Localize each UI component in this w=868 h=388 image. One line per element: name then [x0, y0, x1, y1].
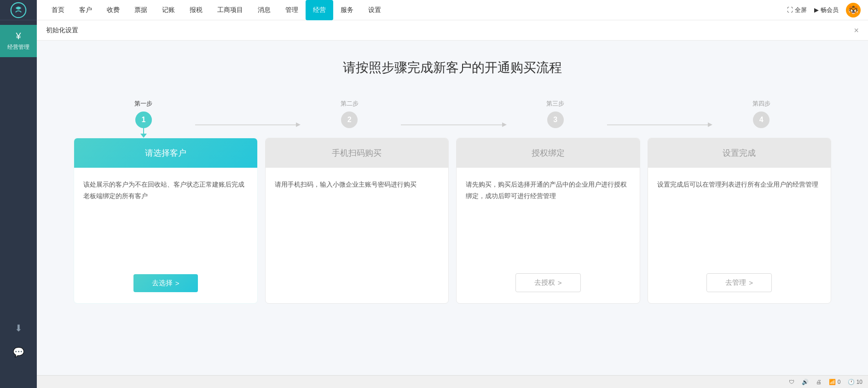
- close-button[interactable]: ×: [854, 25, 859, 35]
- connector-3-4: ▶: [607, 124, 710, 125]
- fullscreen-icon: ⛶: [787, 6, 793, 13]
- top-nav: 首页 客户 收费 票据 记账 报税 工商项目 消息 管理 经营 服务 设置 ⛶ …: [37, 0, 868, 20]
- goto-authorize-label: 去授权: [534, 278, 555, 287]
- main-title: 请按照步骤完成新客户的开通购买流程: [64, 59, 840, 76]
- nav-customer[interactable]: 客户: [72, 0, 99, 20]
- svg-point-0: [11, 2, 26, 17]
- download-icon[interactable]: ⬇: [10, 320, 27, 336]
- top-nav-right: ⛶ 全屏 ▶ 畅会员 🐯: [787, 3, 861, 18]
- card-1-body: 该处展示的客户为不在回收站、客户状态正常建账后完成老板端绑定的所有客户: [74, 168, 257, 267]
- sidebar-bottom: ⬇ 💬: [10, 320, 27, 360]
- card-3-header: 授权绑定: [457, 138, 640, 168]
- step-3: 第三步 3: [504, 100, 607, 134]
- goto-authorize-arrow: >: [558, 279, 562, 287]
- connector-2-3: ▶: [401, 124, 504, 125]
- sidebar-main-label: 经营管理: [7, 43, 29, 51]
- nav-service[interactable]: 服务: [333, 0, 361, 20]
- sidebar-logo: [0, 0, 37, 20]
- card-2-footer: [266, 285, 449, 303]
- card-step-3: 授权绑定 请先购买，购买后选择开通的产品中的企业用户进行授权绑定，成功后即可进行…: [456, 138, 640, 304]
- connector-2-3-arrow: ▶: [502, 121, 507, 128]
- step-1: 第一步 1: [92, 100, 195, 138]
- step-2-circle: 2: [341, 112, 358, 128]
- nav-accounting[interactable]: 记账: [155, 0, 182, 20]
- nav-message[interactable]: 消息: [250, 0, 278, 20]
- card-1-header: 请选择客户: [74, 138, 257, 168]
- nav-operation[interactable]: 经营: [306, 0, 333, 20]
- page-header: 初始化设置 ×: [37, 20, 868, 41]
- print-icon: 🖨: [816, 379, 822, 385]
- step-2: 第二步 2: [298, 100, 401, 134]
- card-1-footer: 去选择 >: [74, 267, 257, 303]
- play-icon: ▶: [814, 6, 819, 13]
- steps-and-cards: 第一步 1 ▶ 第二步 2: [64, 100, 840, 304]
- fullscreen-btn[interactable]: ⛶ 全屏: [787, 6, 807, 14]
- goto-manage-button[interactable]: 去管理 >: [706, 273, 772, 292]
- step-1-pointer-line: [143, 128, 144, 134]
- sidebar-main-item[interactable]: ¥ 经营管理: [0, 25, 37, 57]
- page-title: 初始化设置: [46, 26, 78, 35]
- status-bar-right: 🛡 🔊 🖨 📶 0 🕐 10: [789, 379, 862, 385]
- nav-home[interactable]: 首页: [44, 0, 72, 20]
- card-4-body: 设置完成后可以在管理列表进行所有企业用户的经营管理: [648, 168, 831, 266]
- yen-icon: ¥: [16, 31, 21, 41]
- nav-settings[interactable]: 设置: [361, 0, 388, 20]
- goto-select-label: 去选择: [152, 279, 173, 288]
- cards-row: 请选择客户 该处展示的客户为不在回收站、客户状态正常建账后完成老板端绑定的所有客…: [74, 138, 831, 304]
- avatar[interactable]: 🐯: [846, 3, 861, 18]
- nav-invoice[interactable]: 票据: [127, 0, 155, 20]
- goto-select-arrow: >: [175, 279, 179, 287]
- step-1-circle: 1: [135, 112, 152, 128]
- step-4: 第四步 4: [710, 100, 813, 134]
- card-2-body: 请用手机扫码，输入小微企业主账号密码进行购买: [266, 168, 449, 285]
- card-step-2: 手机扫码购买 请用手机扫码，输入小微企业主账号密码进行购买: [265, 138, 449, 304]
- fullscreen-label: 全屏: [795, 6, 807, 14]
- chat-icon[interactable]: 💬: [10, 344, 27, 360]
- step-4-label: 第四步: [752, 100, 770, 108]
- card-4-header: 设置完成: [648, 138, 831, 168]
- shield-icon: 🛡: [789, 379, 794, 385]
- card-3-body: 请先购买，购买后选择开通的产品中的企业用户进行授权绑定，成功后即可进行经营管理: [457, 168, 640, 266]
- member-btn[interactable]: ▶ 畅会员: [814, 6, 839, 14]
- connector-3-4-arrow: ▶: [708, 121, 712, 128]
- card-3-footer: 去授权 >: [457, 266, 640, 303]
- connector-1-2: ▶: [195, 124, 298, 125]
- volume-icon: 🔊: [802, 379, 809, 385]
- member-label: 畅会员: [821, 6, 839, 14]
- nav-tax[interactable]: 报税: [182, 0, 210, 20]
- goto-manage-arrow: >: [749, 279, 753, 287]
- main-area: 首页 客户 收费 票据 记账 报税 工商项目 消息 管理 经营 服务 设置 ⛶ …: [37, 0, 868, 388]
- step-1-label: 第一步: [134, 100, 152, 108]
- card-step-4: 设置完成 设置完成后可以在管理列表进行所有企业用户的经营管理 去管理 >: [648, 138, 832, 304]
- nav-bizitem[interactable]: 工商项目: [210, 0, 250, 20]
- goto-manage-label: 去管理: [725, 278, 746, 287]
- card-2-header: 手机扫码购买: [266, 138, 449, 168]
- network-status: 📶 0: [829, 379, 840, 385]
- time-status: 🕐 10: [848, 379, 862, 385]
- step-4-circle: 4: [753, 112, 770, 128]
- steps-row: 第一步 1 ▶ 第二步 2: [74, 100, 831, 138]
- step-3-circle: 3: [547, 112, 564, 128]
- connector-1-2-arrow: ▶: [296, 121, 301, 128]
- goto-select-button[interactable]: 去选择 >: [133, 274, 198, 292]
- card-4-footer: 去管理 >: [648, 266, 831, 303]
- status-bar: ▶ 完成 🛡 🔊 🖨 📶 0 🕐 10: [0, 375, 868, 388]
- step-1-pointer-arrow: [140, 134, 147, 138]
- content-area: 请按照步骤完成新客户的开通购买流程 第一步 1 ▶ 第二步: [37, 41, 868, 388]
- nav-fee[interactable]: 收费: [99, 0, 127, 20]
- nav-manage[interactable]: 管理: [278, 0, 306, 20]
- sidebar: ¥ 经营管理 ⬇ 💬: [0, 0, 37, 388]
- goto-authorize-button[interactable]: 去授权 >: [515, 273, 581, 292]
- step-2-label: 第二步: [341, 100, 359, 108]
- step-3-label: 第三步: [546, 100, 564, 108]
- card-step-1: 请选择客户 该处展示的客户为不在回收站、客户状态正常建账后完成老板端绑定的所有客…: [74, 138, 258, 304]
